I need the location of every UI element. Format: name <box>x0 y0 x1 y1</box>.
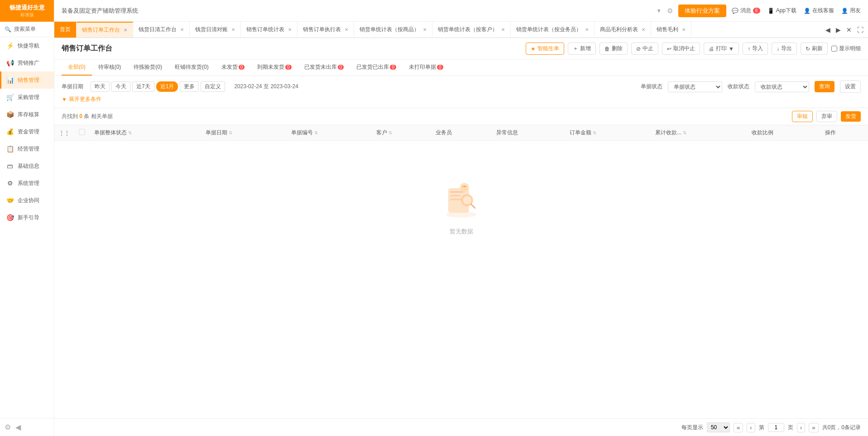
operation-icon: 📋 <box>6 145 14 153</box>
app-download-action[interactable]: 📱 App下载 <box>767 7 796 14</box>
tab-sales-order-workbench[interactable]: 销售订单工作台 ✕ <box>77 22 133 38</box>
orders-table: ⋮⋮ 单据整体状态 ⇅ 单据 <box>54 125 868 272</box>
col-ratio: 收款比例 <box>747 125 820 141</box>
filter-tab-wangpu[interactable]: 旺铺待发货(0) <box>168 60 215 76</box>
sidebar-item-guide[interactable]: 🎯 新手引导 <box>0 209 54 226</box>
next-page-btn[interactable]: › <box>797 423 805 432</box>
filter-tab-unshipped[interactable]: 未发货0 <box>215 60 251 76</box>
smart-generate-btn[interactable]: ★ 智能生单 <box>526 43 564 55</box>
sidebar-item-quick-nav[interactable]: ⚡ 快捷导航 <box>0 37 54 54</box>
import-btn[interactable]: ↑ 导入 <box>743 43 768 55</box>
date-btn-custom[interactable]: 自定义 <box>201 81 225 92</box>
filter-tab-all[interactable]: 全部(0) <box>62 60 92 76</box>
message-action[interactable]: 💬 消息 6 <box>732 7 760 14</box>
col-customer: 客户 ⇅ <box>372 125 431 141</box>
sidebar-item-operation[interactable]: 📋 经营管理 <box>0 140 54 157</box>
expand-btn[interactable]: ▼ 展开更多条件 <box>62 95 861 103</box>
collapse-icon[interactable]: ◀ <box>15 423 21 431</box>
sidebar-item-purchase[interactable]: 🛒 采购管理 <box>0 89 54 106</box>
query-btn[interactable]: 查询 <box>815 81 834 92</box>
dropdown-icon[interactable]: ▼ <box>656 8 662 14</box>
tab-home[interactable]: 首页 <box>54 22 77 38</box>
show-detail-label[interactable]: 显示明细 <box>831 45 861 52</box>
last-page-btn[interactable]: » <box>809 423 818 432</box>
tab-sales-profit[interactable]: 销售毛利 ✕ <box>651 22 691 38</box>
cancel-stop-btn[interactable]: ↩ 取消中止 <box>662 43 700 55</box>
filter-tab-pending-review[interactable]: 待审核(0) <box>92 60 128 76</box>
sidebar-item-label: 经营管理 <box>18 145 39 153</box>
tab-close-icon[interactable]: ✕ <box>231 27 235 32</box>
settings-btn[interactable]: 设置 <box>840 81 861 93</box>
settings-bottom-icon[interactable]: ⚙ <box>5 423 11 431</box>
sidebar-item-enterprise[interactable]: 🤝 企业协同 <box>0 192 54 209</box>
date-btn-yesterday[interactable]: 昨天 <box>91 81 110 92</box>
sidebar-item-basic-info[interactable]: 🗃 基础信息 <box>0 157 54 175</box>
tab-prev-btn[interactable]: ◀ <box>824 25 832 34</box>
tab-close-icon[interactable]: ✕ <box>288 27 292 32</box>
payment-select[interactable]: 收款状态 <box>755 81 809 92</box>
filter-tab-pending-verify[interactable]: 待拣验货(0) <box>127 60 168 76</box>
tab-fullscreen-btn[interactable]: ⛶ <box>855 25 865 34</box>
tab-close-icon[interactable]: ✕ <box>345 27 348 32</box>
delete-btn[interactable]: 🗑 删除 <box>599 43 628 55</box>
sidebar-item-finance[interactable]: 💰 资金管理 <box>0 123 54 140</box>
add-btn[interactable]: ＋ 新增 <box>568 43 596 55</box>
tab-next-btn[interactable]: ▶ <box>834 25 843 34</box>
filter-tab-shipped-not-out[interactable]: 已发货未出库0 <box>298 60 350 76</box>
experience-btn[interactable]: 体验行业方案 <box>678 5 726 17</box>
tab-cash-daily[interactable]: 钱货日清工作台 ✕ <box>133 22 190 38</box>
tab-close-icon[interactable]: ✕ <box>180 27 184 32</box>
sidebar-item-marketing[interactable]: 📢 营销推广 <box>0 54 54 71</box>
tab-close-icon[interactable]: ✕ <box>642 27 645 32</box>
filter-tab-unprinted[interactable]: 未打印单据0 <box>403 60 450 76</box>
date-btn-7days[interactable]: 近7天 <box>132 81 154 92</box>
filter-tab-shipped-out[interactable]: 已发货已出库0 <box>350 60 403 76</box>
export-btn[interactable]: ↓ 导出 <box>772 43 797 55</box>
tab-label: 商品毛利分析表 <box>600 26 638 33</box>
page-size-select[interactable]: 50 10 20 100 <box>707 422 730 432</box>
tab-summary-staff[interactable]: 销货单统计表（按业务员） ✕ <box>511 22 595 38</box>
tab-close-icon[interactable]: ✕ <box>501 27 505 32</box>
tab-close-icon[interactable]: ✕ <box>585 27 589 32</box>
prev-page-btn[interactable]: ‹ <box>747 423 755 432</box>
show-detail-checkbox[interactable] <box>831 46 837 52</box>
col-check[interactable] <box>74 125 90 141</box>
sidebar-item-label: 采购管理 <box>18 94 39 101</box>
date-btn-more[interactable]: 更多 <box>180 81 199 92</box>
tab-sales-exec[interactable]: 销售订单执行表 ✕ <box>297 22 354 38</box>
sidebar-search[interactable]: 🔍 搜索菜单 <box>0 22 54 37</box>
tab-close-icon[interactable]: ✕ <box>124 28 127 33</box>
page-number-input[interactable] <box>768 423 784 432</box>
filter-tab-expired[interactable]: 到期未发货0 <box>251 60 298 76</box>
ship-btn[interactable]: 发货 <box>841 111 861 122</box>
col-status: 单据整体状态 ⇅ <box>90 125 201 141</box>
date-btn-1month[interactable]: 近1月 <box>156 81 178 92</box>
sidebar-item-sales[interactable]: 📊 销售管理 <box>0 71 54 89</box>
tab-close-icon[interactable]: ✕ <box>423 27 427 32</box>
stop-btn[interactable]: ⊘ 中止 <box>631 43 658 55</box>
sidebar-item-inventory[interactable]: 📦 库存核算 <box>0 106 54 123</box>
select-all-checkbox[interactable] <box>79 129 85 135</box>
tab-label: 销货单统计表（按客户） <box>438 26 498 33</box>
date-btn-today[interactable]: 今天 <box>111 81 130 92</box>
refresh-btn[interactable]: ↻ 刷新 <box>801 43 828 55</box>
tab-margin[interactable]: 商品毛利分析表 ✕ <box>595 22 651 38</box>
user-action[interactable]: 👤 用友 <box>841 7 861 14</box>
tab-sales-stats[interactable]: 销售订单统计表 ✕ <box>241 22 297 38</box>
sidebar-item-system[interactable]: ⚙ 系统管理 <box>0 175 54 192</box>
tab-cash-reconcile[interactable]: 钱货日清对账 ✕ <box>190 22 241 38</box>
print-btn[interactable]: 🖨 打印 ▼ <box>704 43 739 55</box>
first-page-btn[interactable]: « <box>734 423 743 432</box>
settings-icon[interactable]: ⚙ <box>667 7 673 15</box>
tab-close-all-btn[interactable]: ✕ <box>844 25 854 34</box>
tab-summary-customer[interactable]: 销货单统计表（按客户） ✕ <box>432 22 511 38</box>
unreview-btn[interactable]: 弃审 <box>816 111 837 122</box>
tab-close-icon[interactable]: ✕ <box>682 27 686 32</box>
review-btn[interactable]: 审核 <box>792 111 813 122</box>
sort-icon: ⇅ <box>314 130 318 135</box>
status-select[interactable]: 单据状态 <box>668 81 722 92</box>
logo-sub: 标准版 <box>20 12 34 18</box>
tab-summary-product[interactable]: 销货单统计表（按商品） ✕ <box>354 22 432 38</box>
online-service-action[interactable]: 👤 在线客服 <box>804 7 834 14</box>
status-filter-label: 单据状态 <box>641 83 662 90</box>
